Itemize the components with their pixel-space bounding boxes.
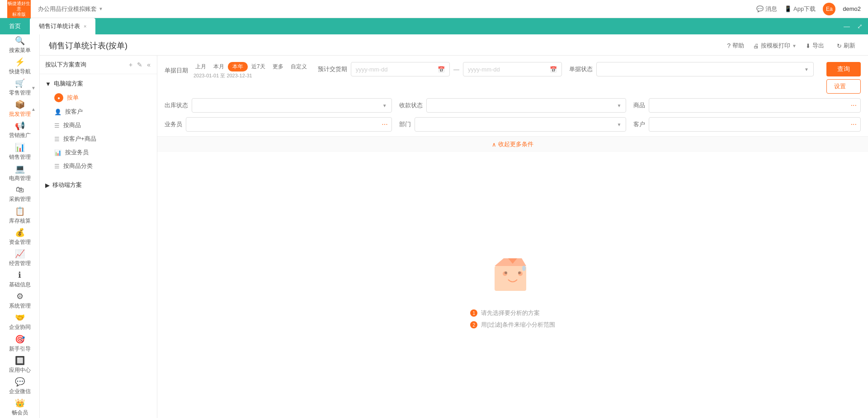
- sidebar-item-guide[interactable]: 🎯 新手引导: [0, 333, 39, 354]
- sidebar-item-system[interactable]: ⚙ 系统管理: [0, 290, 39, 311]
- help-btn[interactable]: ? 帮助: [723, 40, 748, 52]
- template-print-btn[interactable]: 🖨 按模板打印 ▼: [753, 42, 797, 50]
- expected-date-end[interactable]: yyyy-mm-dd 📅: [463, 62, 562, 76]
- scheme-item-by-salesperson[interactable]: 📊 按业务员: [40, 146, 157, 159]
- sidebar-item-membership[interactable]: 👑 畅会员: [0, 397, 39, 418]
- date-btn-custom[interactable]: 自定义: [287, 62, 311, 71]
- sidebar-item-inventory[interactable]: 📋 库存核算: [0, 205, 39, 226]
- sidebar-enterprise-label: 企业协同: [9, 323, 31, 331]
- sidebar-item-shortcuts[interactable]: ⚡ 快捷导航: [0, 56, 39, 77]
- app-download-btn[interactable]: 📱 App下载: [784, 5, 816, 13]
- step-1-badge: 1: [470, 309, 477, 317]
- salesperson-input[interactable]: ···: [186, 117, 392, 132]
- sidebar-item-enterprise[interactable]: 🤝 企业协同: [0, 311, 39, 332]
- user-avatar[interactable]: Ea: [823, 3, 835, 15]
- pc-scheme-section: ▼ 电脑端方案 ● 按单 👤 按客户 ☰ 按商品: [40, 74, 157, 176]
- ecommerce-icon: 💻: [15, 164, 25, 174]
- marketing-icon: 📢: [15, 121, 25, 131]
- sidebar-item-retail[interactable]: 🛒 零售管理 ▼: [0, 77, 39, 98]
- status-select[interactable]: ▼: [596, 62, 814, 76]
- mobile-section-label: 移动端方案: [52, 181, 82, 189]
- date-filter-group: 单据日期 上月 本月 本年 近7天 更多 自定义 20: [165, 62, 311, 79]
- add-scheme-btn[interactable]: +: [128, 60, 133, 69]
- sidebar-item-purchase[interactable]: 🛍 采购管理: [0, 184, 39, 205]
- collapse-panel-btn[interactable]: «: [146, 60, 151, 69]
- date-btn-this-year[interactable]: 本年: [228, 62, 248, 71]
- sidebar-retail-label: 零售管理: [9, 89, 31, 97]
- sidebar-item-marketing[interactable]: 📢 营销推广: [0, 119, 39, 141]
- date-btn-more[interactable]: 更多: [269, 62, 287, 71]
- content: 销售订单统计表(按单) ? 帮助 🖨 按模板打印 ▼ ⬇ 导出: [40, 34, 868, 418]
- filter-row-3: 业务员 ··· 部门 ▼: [157, 113, 868, 136]
- empty-hint-2: 2 用[过滤]条件来缩小分析范围: [470, 321, 555, 329]
- main-layout: 🔍 搜索菜单 ⚡ 快捷导航 🛒 零售管理 ▼ 📦 批发管理 ▲ 📢 营销推广 📊…: [0, 34, 868, 418]
- customer-label: 客户: [633, 120, 645, 128]
- dept-select[interactable]: ▼: [415, 117, 627, 132]
- sidebar-item-finance[interactable]: 💰 资金管理: [0, 226, 39, 247]
- date-btn-last-7days[interactable]: 近7天: [248, 62, 269, 71]
- sidebar-item-wholesale[interactable]: 📦 批发管理 ▲: [0, 98, 39, 119]
- sidebar-item-ecommerce[interactable]: 💻 电商管理: [0, 162, 39, 184]
- template-print-label: 按模板打印: [761, 42, 790, 50]
- out-status-group: 出库状态 ▼: [165, 98, 392, 113]
- date-btn-this-month[interactable]: 本月: [210, 62, 228, 71]
- status-select-arrow-icon: ▼: [804, 67, 809, 72]
- scheme-item-by-customer[interactable]: 👤 按客户: [40, 105, 157, 119]
- sidebar-item-basic-info[interactable]: ℹ 基础信息: [0, 269, 39, 290]
- shortcut-icon: ⚡: [15, 57, 25, 67]
- sidebar-item-sales[interactable]: 📊 销售管理: [0, 141, 39, 162]
- nav-maximize-btn[interactable]: ⤢: [855, 22, 864, 31]
- scheme-item-by-order[interactable]: ● 按单: [40, 90, 157, 105]
- logo: 畅捷通好生意 标准版: [7, 0, 31, 18]
- user-name[interactable]: demo2: [843, 5, 861, 12]
- nav-minimize-btn[interactable]: —: [842, 22, 852, 31]
- dept-group: 部门 ▼: [399, 117, 627, 132]
- receipt-status-select[interactable]: ▼: [426, 98, 627, 113]
- sidebar-marketing-label: 营销推广: [9, 132, 31, 139]
- date-btn-last-month[interactable]: 上月: [192, 62, 210, 71]
- scheme-item-by-goods[interactable]: ☰ 按商品: [40, 119, 157, 132]
- goods-more-icon[interactable]: ···: [851, 101, 857, 109]
- expected-date-start[interactable]: yyyy-mm-dd 📅: [351, 62, 450, 76]
- edit-scheme-btn[interactable]: ✎: [136, 60, 143, 69]
- mobile-scheme-header[interactable]: ▶ 移动端方案: [40, 178, 157, 192]
- date-buttons-wrapper: 上月 本月 本年 近7天 更多 自定义 2023-01-01 至 2023-12…: [192, 62, 311, 79]
- page-title-row: 销售订单统计表(按单) ? 帮助 🖨 按模板打印 ▼ ⬇ 导出: [49, 40, 859, 52]
- pc-section-label: 电脑端方案: [54, 80, 83, 88]
- goods-input[interactable]: ···: [649, 98, 861, 113]
- dept-label: 部门: [399, 120, 411, 128]
- membership-icon: 👑: [15, 398, 25, 408]
- page-selector[interactable]: 办公用品行业模拟账套 ▼: [38, 5, 103, 13]
- status-filter-group: 单据状态 ▼: [569, 62, 814, 76]
- refresh-btn[interactable]: ↻ 刷新: [833, 40, 859, 52]
- tab-home[interactable]: 首页: [0, 18, 30, 34]
- scheme-item-by-category[interactable]: ☰ 按商品分类: [40, 159, 157, 173]
- sidebar-item-search[interactable]: 🔍 搜索菜单: [0, 34, 39, 56]
- tab-close-icon[interactable]: ×: [84, 24, 86, 29]
- setting-btn[interactable]: 设置: [826, 79, 861, 94]
- sidebar-sales-label: 销售管理: [9, 153, 31, 161]
- collapse-more-btn[interactable]: ∧ 收起更多条件: [157, 136, 868, 152]
- empty-hint-2-text: 用[过滤]条件来缩小分析范围: [481, 321, 555, 329]
- scheme-item-by-salesperson-label: 按业务员: [65, 148, 89, 157]
- sidebar-item-operations[interactable]: 📈 经营管理: [0, 247, 39, 269]
- salesperson-more-icon[interactable]: ···: [382, 120, 387, 128]
- out-status-select[interactable]: ▼: [192, 98, 392, 113]
- help-label: 帮助: [732, 42, 744, 50]
- query-btn[interactable]: 查询: [826, 62, 861, 76]
- sidebar-item-wechat[interactable]: 💬 企业微信: [0, 375, 39, 397]
- scheme-item-by-customer-goods[interactable]: ☰ 按客户+商品: [40, 132, 157, 146]
- left-panel-header: 按以下方案查询 + ✎ «: [40, 56, 157, 74]
- message-btn[interactable]: 💬 消息: [756, 5, 777, 13]
- help-icon: ?: [727, 42, 731, 49]
- tab-sales-order[interactable]: 销售订单统计表 ×: [30, 18, 95, 34]
- sidebar-ecommerce-label: 电商管理: [9, 175, 31, 182]
- export-icon: ⬇: [806, 43, 811, 49]
- customer-input[interactable]: ···: [649, 117, 861, 132]
- dept-arrow-icon: ▼: [617, 122, 621, 127]
- pc-scheme-header[interactable]: ▼ 电脑端方案: [40, 77, 157, 90]
- export-btn[interactable]: ⬇ 导出: [802, 40, 828, 52]
- sidebar-item-app-center[interactable]: 🔲 应用中心: [0, 354, 39, 375]
- customer-more-icon[interactable]: ···: [851, 120, 857, 128]
- wholesale-icon: 📦: [15, 100, 25, 109]
